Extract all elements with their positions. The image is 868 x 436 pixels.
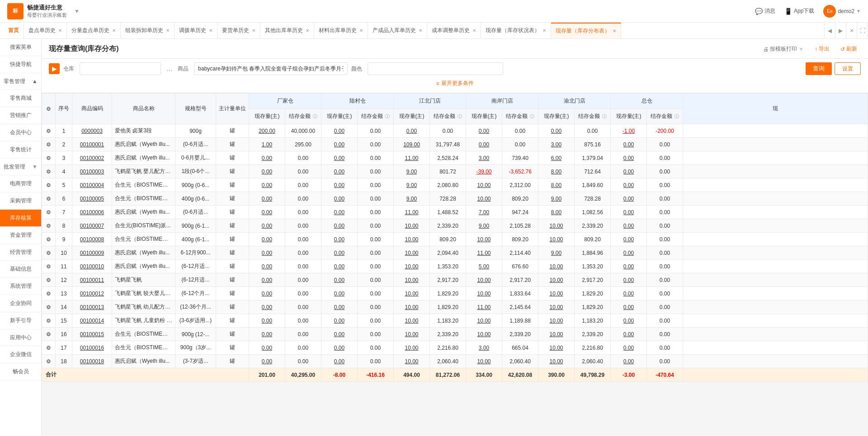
cell-w5-stock[interactable]: 10.00	[538, 233, 575, 246]
cell-w4-stock[interactable]: 10.00	[466, 178, 502, 192]
cell-w5-stock[interactable]: 9.00	[538, 192, 575, 206]
cell-code[interactable]: 00100003	[72, 165, 112, 178]
cell-code[interactable]: 00100015	[72, 328, 112, 341]
sidebar-item-enterprise[interactable]: 企业协同	[0, 295, 41, 312]
sidebar-item-inventory[interactable]: 库存核算	[0, 210, 41, 227]
cell-total-stock[interactable]: 0.00	[611, 246, 647, 260]
tab-stock-dist[interactable]: 现存量（库存分布表） ✕	[551, 23, 621, 39]
cell-w5-stock[interactable]: 8.00	[538, 206, 575, 219]
cell-code[interactable]: 00100002	[72, 151, 112, 165]
cell-w1-stock[interactable]: 0.00	[249, 328, 285, 341]
cell-w5-stock[interactable]: 10.00	[538, 355, 575, 368]
export-btn[interactable]: ↑ 导出	[811, 43, 833, 55]
sidebar-item-retail-stat[interactable]: 零售统计	[0, 141, 41, 159]
cell-settings[interactable]: ⚙	[42, 219, 56, 233]
sidebar-item-operations[interactable]: 经营管理	[0, 244, 41, 261]
cell-total-stock[interactable]: 0.00	[611, 219, 647, 233]
cell-total-stock[interactable]: 0.00	[611, 206, 647, 219]
tab-home[interactable]: 首页	[4, 23, 24, 39]
cell-total-stock[interactable]: 0.00	[611, 165, 647, 178]
cell-w2-stock[interactable]: 0.00	[321, 341, 358, 355]
cell-w3-stock[interactable]: 10.00	[394, 246, 430, 260]
cell-settings[interactable]: ⚙	[42, 355, 56, 368]
cell-w3-stock[interactable]: 10.00	[394, 341, 430, 355]
cell-w4-stock[interactable]: 0.00	[466, 138, 502, 151]
sidebar-item-search[interactable]: 搜索英单	[0, 39, 41, 56]
cell-w3-stock[interactable]: 10.00	[394, 273, 430, 287]
cell-w2-stock[interactable]: 0.00	[321, 219, 358, 233]
sidebar-item-finance[interactable]: 资金管理	[0, 227, 41, 244]
cell-w5-stock[interactable]: 9.00	[538, 246, 575, 260]
cell-w5-stock[interactable]: 6.00	[538, 151, 575, 165]
cell-w4-stock[interactable]: 0.00	[466, 124, 502, 138]
cell-settings[interactable]: ⚙	[42, 300, 56, 314]
cell-code[interactable]: 00100005	[72, 192, 112, 206]
cell-total-stock[interactable]: 0.00	[611, 341, 647, 355]
cell-code[interactable]: 00100004	[72, 178, 112, 192]
cell-settings[interactable]: ⚙	[42, 165, 56, 178]
cell-w1-stock[interactable]: 0.00	[249, 165, 285, 178]
cell-w1-stock[interactable]: 0.00	[249, 233, 285, 246]
cell-settings[interactable]: ⚙	[42, 233, 56, 246]
sidebar-item-member[interactable]: 会员中心	[0, 124, 41, 141]
cell-total-stock[interactable]: 0.00	[611, 192, 647, 206]
cell-w2-stock[interactable]: 0.00	[321, 192, 358, 206]
cell-w4-stock[interactable]: 10.00	[466, 287, 502, 300]
cell-w3-stock[interactable]: 109.00	[394, 138, 430, 151]
cell-w4-stock[interactable]: 9.00	[466, 219, 502, 233]
tab-material-outbound-close[interactable]: ✕	[359, 28, 363, 33]
cell-settings[interactable]: ⚙	[42, 328, 56, 341]
cell-w3-stock[interactable]: 0.00	[394, 124, 430, 138]
cell-w2-stock[interactable]: 0.00	[321, 151, 358, 165]
cell-w1-stock[interactable]: 200.00	[249, 124, 285, 138]
cell-settings[interactable]: ⚙	[42, 151, 56, 165]
warehouse-dots-btn[interactable]: ...	[165, 65, 174, 73]
cell-w1-stock[interactable]: 0.00	[249, 314, 285, 328]
th-w2-amount-info[interactable]: ⓘ	[385, 114, 390, 119]
sidebar-item-ecommerce[interactable]: 电商管理	[0, 175, 41, 192]
cell-code[interactable]: 00100018	[72, 355, 112, 368]
cell-w2-stock[interactable]: 0.00	[321, 314, 358, 328]
th-w4-amount-info[interactable]: ⓘ	[530, 114, 534, 119]
expand-conditions-btn[interactable]: ≡ 展开更多条件	[430, 78, 479, 89]
cell-w2-stock[interactable]: 0.00	[321, 233, 358, 246]
cell-code[interactable]: 00100009	[72, 246, 112, 260]
cell-w2-stock[interactable]: 0.00	[321, 287, 358, 300]
warehouse-input[interactable]	[80, 62, 161, 75]
cell-w3-stock[interactable]: 10.00	[394, 314, 430, 328]
filter-toggle-btn[interactable]: ▶	[49, 63, 60, 74]
cell-w1-stock[interactable]: 0.00	[249, 219, 285, 233]
tab-stock-dist-close[interactable]: ✕	[613, 28, 616, 33]
cell-total-stock[interactable]: 0.00	[611, 260, 647, 273]
cell-w3-stock[interactable]: 10.00	[394, 355, 430, 368]
tab-close-all[interactable]: ✕	[846, 23, 857, 39]
cell-w2-stock[interactable]: 0.00	[321, 124, 358, 138]
cell-w5-stock[interactable]: 10.00	[538, 314, 575, 328]
th-total-amount-info[interactable]: ⓘ	[675, 114, 679, 119]
cell-w5-stock[interactable]: 10.00	[538, 273, 575, 287]
cell-w2-stock[interactable]: 0.00	[321, 138, 358, 151]
tab-expand-icon[interactable]: ⛶	[857, 23, 868, 39]
sidebar-item-quick-nav[interactable]: 快捷导航	[0, 56, 41, 73]
sidebar-item-retail-mgmt[interactable]: 零售管理 ▲	[0, 73, 41, 90]
cell-w3-stock[interactable]: 9.00	[394, 192, 430, 206]
cell-w5-stock[interactable]: 10.00	[538, 219, 575, 233]
cell-w4-stock[interactable]: 11.00	[466, 300, 502, 314]
cell-w1-stock[interactable]: 0.00	[249, 341, 285, 355]
th-settings[interactable]: ⚙	[42, 94, 56, 124]
print-btn[interactable]: 🖨 按模板打印 ▼	[760, 43, 807, 55]
cell-settings[interactable]: ⚙	[42, 273, 56, 287]
app-download-btn[interactable]: 📱 App下载	[784, 7, 814, 15]
cell-settings[interactable]: ⚙	[42, 287, 56, 300]
cell-w3-stock[interactable]: 10.00	[394, 300, 430, 314]
cell-w5-stock[interactable]: 10.00	[538, 287, 575, 300]
cell-w2-stock[interactable]: 0.00	[321, 178, 358, 192]
cell-settings[interactable]: ⚙	[42, 206, 56, 219]
cell-code[interactable]: 00100008	[72, 233, 112, 246]
sidebar-item-corp-wechat[interactable]: 企业微信	[0, 346, 41, 363]
cell-total-stock[interactable]: 0.00	[611, 233, 647, 246]
tab-product-inbound[interactable]: 产成品入库单历史 ✕	[368, 23, 427, 39]
sidebar-item-basic-info[interactable]: 基础信息	[0, 261, 41, 278]
cell-w2-stock[interactable]: 0.00	[321, 328, 358, 341]
tab-purchase-order-close[interactable]: ✕	[252, 28, 255, 33]
